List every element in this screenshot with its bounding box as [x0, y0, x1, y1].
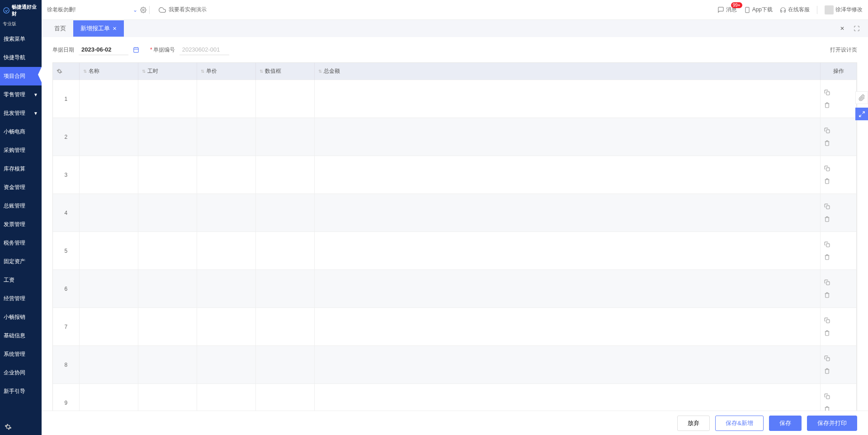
- expand-tool-button[interactable]: [855, 108, 868, 120]
- sidebar-item-18[interactable]: 企业协同: [0, 364, 42, 382]
- table-cell[interactable]: [255, 346, 314, 384]
- delete-row-button[interactable]: [824, 323, 853, 343]
- table-cell[interactable]: [197, 270, 255, 308]
- sidebar-item-3[interactable]: 零售管理▼: [0, 85, 42, 104]
- table-cell[interactable]: [138, 270, 197, 308]
- sidebar-item-13[interactable]: 工资: [0, 271, 42, 289]
- table-cell[interactable]: [197, 156, 255, 194]
- col-total-header[interactable]: ⇅总金额: [314, 63, 821, 80]
- demo-link[interactable]: 我要看实例演示: [159, 6, 207, 14]
- col-hours-header[interactable]: ⇅工时: [138, 63, 197, 80]
- sidebar-item-15[interactable]: 小畅报销: [0, 308, 42, 326]
- close-all-tabs-button[interactable]: ✕: [837, 24, 847, 33]
- sidebar-item-8[interactable]: 资金管理: [0, 178, 42, 197]
- sidebar-item-11[interactable]: 税务管理: [0, 234, 42, 252]
- table-cell[interactable]: [314, 156, 821, 194]
- table-cell[interactable]: [138, 232, 197, 270]
- table-cell[interactable]: [138, 384, 197, 411]
- delete-row-button[interactable]: [824, 399, 853, 411]
- save-new-button[interactable]: 保存&新增: [715, 416, 764, 431]
- calendar-icon[interactable]: [133, 47, 139, 53]
- org-selector[interactable]: 徐老板勿删! ⌄: [47, 6, 137, 14]
- table-cell[interactable]: [314, 118, 821, 156]
- table-cell[interactable]: [138, 80, 197, 118]
- delete-row-button[interactable]: [824, 247, 853, 267]
- table-cell[interactable]: [255, 80, 314, 118]
- table-cell[interactable]: [197, 80, 255, 118]
- delete-row-button[interactable]: [824, 171, 853, 191]
- tab-1[interactable]: 新增报工单✕: [73, 20, 124, 37]
- sidebar-item-6[interactable]: 采购管理: [0, 141, 42, 160]
- table-cell[interactable]: [79, 346, 138, 384]
- org-settings-button[interactable]: [137, 5, 149, 15]
- table-cell[interactable]: [79, 194, 138, 232]
- table-cell[interactable]: [314, 308, 821, 346]
- sidebar-item-7[interactable]: 库存核算: [0, 160, 42, 178]
- table-cell[interactable]: [79, 384, 138, 411]
- sidebar-item-2[interactable]: 项目合同: [0, 67, 42, 85]
- sidebar-item-0[interactable]: 搜索菜单: [0, 30, 42, 48]
- sidebar-item-4[interactable]: 批发管理▼: [0, 104, 42, 123]
- table-cell[interactable]: [138, 346, 197, 384]
- table-cell[interactable]: [79, 80, 138, 118]
- delete-row-button[interactable]: [824, 285, 853, 305]
- delete-row-button[interactable]: [824, 95, 853, 115]
- fullscreen-button[interactable]: [851, 24, 863, 33]
- date-input[interactable]: 2023-06-02: [79, 44, 128, 55]
- table-cell[interactable]: [197, 384, 255, 411]
- table-cell[interactable]: [79, 232, 138, 270]
- delete-row-button[interactable]: [824, 209, 853, 229]
- table-settings-header[interactable]: [53, 63, 79, 80]
- table-cell[interactable]: [255, 384, 314, 411]
- table-cell[interactable]: [255, 194, 314, 232]
- table-cell[interactable]: [138, 118, 197, 156]
- col-numbox-header[interactable]: ⇅数值框: [255, 63, 314, 80]
- table-cell[interactable]: [314, 384, 821, 411]
- sidebar-item-9[interactable]: 总账管理: [0, 197, 42, 215]
- messages-button[interactable]: 消息 99+: [717, 6, 737, 14]
- user-menu[interactable]: 徐泽华修改: [825, 5, 863, 14]
- col-price-header[interactable]: ⇅单价: [197, 63, 255, 80]
- sidebar-item-16[interactable]: 基础信息: [0, 326, 42, 345]
- table-cell[interactable]: [255, 156, 314, 194]
- sidebar-item-12[interactable]: 固定资产: [0, 252, 42, 271]
- table-cell[interactable]: [197, 346, 255, 384]
- service-button[interactable]: 在线客服: [780, 6, 810, 14]
- table-cell[interactable]: [314, 80, 821, 118]
- sidebar-item-10[interactable]: 发票管理: [0, 215, 42, 234]
- discard-button[interactable]: 放弃: [677, 416, 710, 431]
- table-cell[interactable]: [79, 308, 138, 346]
- table-cell[interactable]: [255, 118, 314, 156]
- sidebar-item-19[interactable]: 新手引导: [0, 382, 42, 401]
- save-print-button[interactable]: 保存并打印: [807, 416, 857, 431]
- sidebar-settings[interactable]: [0, 419, 42, 435]
- docno-input[interactable]: 20230602-001: [179, 44, 229, 55]
- table-cell[interactable]: [79, 118, 138, 156]
- table-cell[interactable]: [197, 118, 255, 156]
- table-cell[interactable]: [314, 270, 821, 308]
- table-cell[interactable]: [255, 232, 314, 270]
- table-cell[interactable]: [197, 194, 255, 232]
- delete-row-button[interactable]: [824, 133, 853, 153]
- table-cell[interactable]: [314, 232, 821, 270]
- table-cell[interactable]: [197, 232, 255, 270]
- sidebar-item-5[interactable]: 小畅电商: [0, 123, 42, 141]
- sidebar-item-1[interactable]: 快捷导航: [0, 48, 42, 67]
- table-cell[interactable]: [79, 156, 138, 194]
- download-button[interactable]: App下载: [744, 6, 773, 14]
- table-cell[interactable]: [314, 194, 821, 232]
- save-button[interactable]: 保存: [769, 416, 802, 431]
- table-cell[interactable]: [197, 308, 255, 346]
- table-cell[interactable]: [138, 194, 197, 232]
- table-cell[interactable]: [255, 270, 314, 308]
- tab-0[interactable]: 首页: [47, 20, 73, 37]
- attachment-button[interactable]: [855, 91, 868, 104]
- close-icon[interactable]: ✕: [113, 26, 117, 32]
- table-cell[interactable]: [138, 156, 197, 194]
- delete-row-button[interactable]: [824, 361, 853, 381]
- table-cell[interactable]: [79, 270, 138, 308]
- open-design-link[interactable]: 打开设计页: [830, 46, 857, 54]
- table-cell[interactable]: [138, 308, 197, 346]
- col-name-header[interactable]: ⇅名称: [79, 63, 138, 80]
- sidebar-item-17[interactable]: 系统管理: [0, 345, 42, 364]
